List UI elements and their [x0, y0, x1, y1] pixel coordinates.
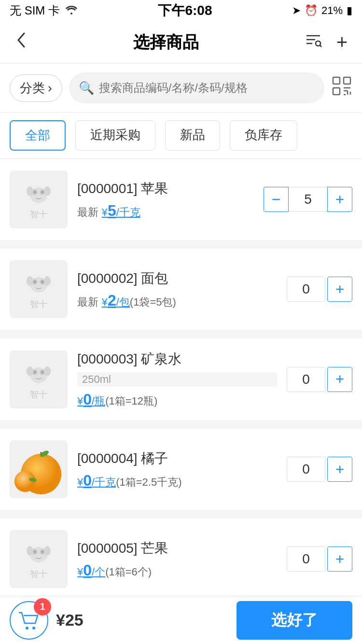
product-price-0000005: ¥0/个(1箱=6个): [77, 561, 277, 579]
product-name-0000004: [0000004] 橘子: [77, 449, 277, 468]
product-info-0000001: [0000001] 苹果 最新 ¥5/千克: [77, 180, 254, 220]
category-label: 分类: [20, 80, 45, 97]
svg-point-62: [26, 627, 28, 630]
qty-input-0000004[interactable]: [287, 457, 325, 482]
svg-point-47: [44, 546, 51, 556]
alarm-icon: ⏰: [305, 4, 318, 17]
cart-total: ¥25: [56, 611, 84, 630]
product-thumb-0000005: 智十: [10, 530, 68, 588]
location-icon: ➤: [292, 4, 301, 17]
tab-row: 全部 近期采购 新品 负库存: [0, 112, 362, 159]
svg-line-4: [320, 45, 321, 47]
svg-point-63: [32, 627, 35, 630]
product-info-0000004: [0000004] 橘子 ¥0/千克(1箱=2.5千克): [77, 449, 277, 490]
tab-negative[interactable]: 负库存: [230, 120, 297, 151]
product-thumb-0000001: 智十: [10, 170, 68, 228]
product-name-0000005: [0000005] 芒果: [77, 539, 277, 558]
qty-plus-0000003[interactable]: +: [327, 367, 352, 392]
filter-icon[interactable]: [305, 32, 322, 53]
qty-input-0000002[interactable]: [287, 277, 325, 302]
product-thumb-0000002: 智十: [10, 260, 68, 318]
qty-plus-0000001[interactable]: +: [327, 187, 352, 212]
qty-plus-0000002[interactable]: +: [327, 277, 352, 302]
confirm-button[interactable]: 选好了: [237, 601, 352, 640]
status-bar: 无 SIM 卡 下午6:08 ➤ ⏰ 21% ▮: [0, 0, 362, 21]
back-button[interactable]: [14, 29, 28, 55]
status-time: 下午6:08: [158, 1, 212, 20]
svg-point-17: [41, 191, 44, 194]
nav-actions: +: [305, 31, 348, 53]
svg-point-24: [41, 280, 44, 283]
svg-point-46: [27, 546, 33, 556]
product-price-0000002: 最新 ¥2/包(1袋=5包): [77, 292, 277, 309]
page-title: 选择商品: [133, 31, 199, 54]
svg-point-18: [27, 186, 33, 196]
qty-control-0000003: +: [287, 367, 352, 392]
tab-all[interactable]: 全部: [10, 120, 66, 151]
cart-badge: 1: [34, 598, 51, 616]
search-icon: 🔍: [79, 81, 94, 96]
qty-input-0000005[interactable]: [287, 546, 325, 572]
svg-point-16: [33, 191, 36, 194]
svg-point-32: [27, 366, 33, 376]
search-box: 🔍: [69, 72, 324, 103]
product-price-0000001: 最新 ¥5/千克: [77, 202, 254, 220]
qty-control-0000002: +: [287, 277, 352, 302]
svg-point-31: [41, 371, 44, 374]
wifi-icon: [65, 4, 78, 17]
svg-rect-6: [333, 88, 340, 95]
bottom-bar: 1 ¥25 选好了: [0, 596, 362, 644]
svg-point-30: [33, 371, 36, 374]
cart-button[interactable]: 1: [10, 601, 48, 640]
qty-control-0000004: +: [287, 457, 352, 482]
qty-control-0000005: +: [287, 546, 352, 572]
battery-icon: ▮: [347, 4, 352, 17]
product-item-0000005: 智十 [0000005] 芒果 ¥0/个(1箱=6个) +: [0, 518, 362, 600]
product-name-0000002: [0000002] 面包: [77, 269, 277, 288]
qty-input-0000003[interactable]: [287, 367, 325, 392]
product-name-0000001: [0000001] 苹果: [77, 180, 254, 198]
search-input[interactable]: [99, 81, 315, 95]
svg-rect-7: [344, 77, 350, 84]
category-button[interactable]: 分类 ›: [10, 74, 62, 102]
cart-area: 1 ¥25: [10, 601, 237, 640]
svg-point-45: [41, 550, 44, 553]
qty-minus-0000001[interactable]: −: [264, 187, 289, 212]
product-item-0000004: [0000004] 橘子 ¥0/千克(1箱=2.5千克) +: [0, 429, 362, 510]
qty-input-0000001[interactable]: [289, 187, 327, 212]
add-button[interactable]: +: [336, 31, 348, 53]
filter-row: 分类 › 🔍: [0, 64, 362, 112]
product-list: 智十 [0000001] 苹果 最新 ¥5/千克 − +: [0, 159, 362, 644]
product-thumb-0000004: [10, 440, 68, 498]
status-right: ➤ ⏰ 21% ▮: [292, 4, 352, 17]
sim-label: 无 SIM 卡: [10, 3, 60, 18]
scan-icon[interactable]: [331, 75, 352, 101]
battery-label: 21%: [321, 4, 343, 17]
svg-point-26: [44, 276, 51, 286]
svg-point-19: [44, 186, 51, 196]
category-arrow: ›: [48, 81, 52, 96]
product-price-0000003: ¥0/瓶(1箱=12瓶): [77, 391, 277, 408]
svg-point-23: [33, 280, 36, 283]
product-info-0000002: [0000002] 面包 最新 ¥2/包(1袋=5包): [77, 269, 277, 309]
svg-point-25: [27, 276, 33, 286]
svg-point-33: [44, 366, 51, 376]
product-name-0000003: [0000003] 矿泉水: [77, 350, 277, 368]
qty-control-0000001: − +: [264, 187, 352, 212]
svg-rect-5: [333, 77, 340, 84]
nav-bar: 选择商品 +: [0, 21, 362, 64]
qty-plus-0000005[interactable]: +: [327, 546, 352, 572]
product-info-0000003: [0000003] 矿泉水 250ml ¥0/瓶(1箱=12瓶): [77, 350, 277, 408]
product-spec-0000003: 250ml: [77, 372, 277, 387]
product-price-0000004: ¥0/千克(1箱=2.5千克): [77, 472, 277, 490]
tab-recent[interactable]: 近期采购: [75, 120, 155, 151]
product-item-0000001: 智十 [0000001] 苹果 最新 ¥5/千克 − +: [0, 159, 362, 240]
status-left: 无 SIM 卡: [10, 3, 78, 18]
product-thumb-0000003: 智十: [10, 350, 68, 408]
tab-new[interactable]: 新品: [165, 120, 220, 151]
product-item-0000003: 智十 [0000003] 矿泉水 250ml ¥0/瓶(1箱=12瓶) +: [0, 338, 362, 420]
product-info-0000005: [0000005] 芒果 ¥0/个(1箱=6个): [77, 539, 277, 579]
svg-point-44: [33, 550, 36, 553]
qty-plus-0000004[interactable]: +: [327, 457, 352, 482]
product-item-0000002: 智十 [0000002] 面包 最新 ¥2/包(1袋=5包) +: [0, 249, 362, 330]
